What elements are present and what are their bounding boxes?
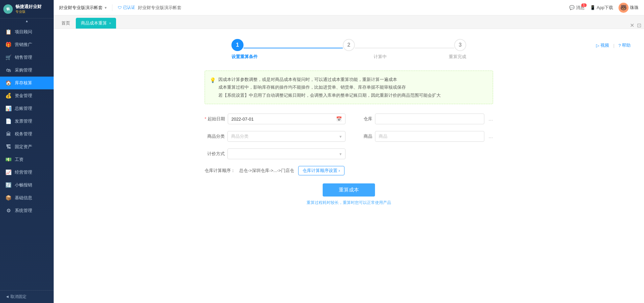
category-group: 商品分类 商品分类 ▾ bbox=[205, 131, 345, 142]
topbar-account-selector[interactable]: 好业财专业版演示帐套 ▾ bbox=[59, 5, 107, 11]
warehouse-more-icon[interactable]: … bbox=[488, 116, 493, 122]
sidebar-item-project[interactable]: 📋 项目顾问 bbox=[0, 26, 54, 38]
sidebar-item-sales[interactable]: 🛒 销售管理 bbox=[0, 51, 54, 64]
purchase-icon: 🛍 bbox=[5, 67, 11, 73]
goods-placeholder: 商品 bbox=[379, 133, 387, 139]
sidebar-unpin[interactable]: ◄ 取消固定 bbox=[0, 290, 54, 303]
sidebar-title: 畅捷通好业财 bbox=[15, 4, 42, 9]
tabbar: 首页 商品成本重算 × ✕ ⊡ bbox=[54, 15, 644, 29]
user-avatar[interactable]: 🐻 珠珠 bbox=[619, 3, 639, 13]
topbar: 好业财专业版演示帐套 ▾ 🛡 已认证 好业财专业版演示帐套 💬 消息 1 📱 A… bbox=[54, 0, 644, 15]
system-icon: ⚙ bbox=[5, 208, 11, 214]
help-links: ▷ 视频 | ? 帮助 bbox=[596, 42, 631, 48]
scroll-up[interactable]: ▲ bbox=[0, 18, 54, 24]
sidebar-item-label: 发票管理 bbox=[15, 118, 32, 124]
avatar: 🐻 bbox=[619, 3, 629, 13]
sidebar-item-inventory[interactable]: 🏠 库存核算 bbox=[0, 77, 54, 89]
sidebar-item-label: 营销推广 bbox=[15, 42, 32, 48]
price-method-label: 计价方式 bbox=[205, 151, 225, 157]
warehouse-input[interactable] bbox=[375, 114, 484, 124]
goods-input[interactable]: 商品 bbox=[375, 131, 484, 142]
maximize-icon[interactable]: ⊡ bbox=[637, 22, 641, 29]
form-row-1: 起始日期 2022-07-01 📅 仓库 … bbox=[205, 114, 493, 124]
sidebar-item-purchase[interactable]: 🛍 采购管理 bbox=[0, 64, 54, 77]
play-icon: ▷ bbox=[596, 43, 599, 48]
step-1-label: 设置重算条件 bbox=[231, 54, 258, 60]
message-button[interactable]: 💬 消息 1 bbox=[569, 5, 585, 11]
video-link[interactable]: ▷ 视频 bbox=[596, 42, 609, 48]
calendar-icon[interactable]: 📅 bbox=[336, 116, 342, 122]
warehouse-group: 仓库 … bbox=[352, 114, 493, 124]
sidebar-item-system[interactable]: ⚙ 系统管理 bbox=[0, 204, 54, 217]
sidebar-item-expense[interactable]: 🔄 小畅报销 bbox=[0, 179, 54, 191]
notice-line-3: 若【系统设置】中启用了自动调整记账日期时，会调整入库单的整单记账日期，因此重新计… bbox=[218, 91, 487, 99]
message-icon: 💬 bbox=[569, 5, 575, 10]
sidebar-item-basic[interactable]: 📦 基础信息 bbox=[0, 191, 54, 204]
sidebar: 畅 畅捷通好业财 专业版 ▲ 📋 项目顾问 🎁 营销推广 🛒 销售管理 🛍 采购… bbox=[0, 0, 54, 303]
warehouse-order-value: 总仓->深圳仓库->...->门店仓 bbox=[239, 168, 294, 174]
tax-icon: 🏛 bbox=[5, 131, 11, 137]
form-row-2: 商品分类 商品分类 ▾ 商品 商品 … bbox=[205, 131, 493, 142]
step-3-num: 3 bbox=[459, 42, 462, 48]
main-area: 好业财专业版演示帐套 ▾ 🛡 已认证 好业财专业版演示帐套 💬 消息 1 📱 A… bbox=[54, 0, 644, 303]
step-2: 2 bbox=[343, 39, 355, 51]
step-1: 1 bbox=[231, 39, 244, 51]
sidebar-item-label: 系统管理 bbox=[15, 208, 32, 214]
sidebar-item-label: 总账管理 bbox=[15, 105, 32, 112]
step-2-num: 2 bbox=[347, 42, 351, 48]
sidebar-item-accounting[interactable]: 📊 总账管理 bbox=[0, 102, 54, 115]
step-2-label: 计算中 bbox=[374, 54, 387, 60]
category-label: 商品分类 bbox=[205, 133, 225, 139]
tab-close-icon[interactable]: × bbox=[109, 21, 111, 25]
sidebar-item-tax[interactable]: 🏛 税务管理 bbox=[0, 128, 54, 140]
sidebar-item-label: 小畅报销 bbox=[15, 182, 32, 188]
notice-box: 💡 因成本计算参数调整，或是对商品成本有疑问时，可以通过成本重算功能，重新计算一… bbox=[205, 71, 493, 104]
recalc-button[interactable]: 重算成本 bbox=[323, 183, 375, 197]
warehouse-order-btn-label: 仓库计算顺序设置 › bbox=[303, 168, 340, 174]
sidebar-item-finance[interactable]: 💰 资金管理 bbox=[0, 89, 54, 102]
category-select[interactable]: 商品分类 ▾ bbox=[227, 131, 345, 142]
step-3-label: 重算完成 bbox=[449, 54, 466, 60]
sidebar-item-salary[interactable]: 💵 工资 bbox=[0, 153, 54, 166]
sidebar-item-assets[interactable]: 🏗 固定资产 bbox=[0, 140, 54, 153]
help-link[interactable]: ? 帮助 bbox=[619, 42, 631, 48]
sidebar-logo: 畅 bbox=[3, 4, 13, 14]
app-label: App下载 bbox=[597, 5, 613, 11]
tab-cost-recalc[interactable]: 商品成本重算 × bbox=[76, 18, 116, 29]
sidebar-item-business[interactable]: 📈 经营管理 bbox=[0, 166, 54, 179]
tab-home[interactable]: 首页 bbox=[56, 18, 75, 29]
shield-icon: 🛡 bbox=[118, 5, 122, 10]
warehouse-order-settings-button[interactable]: 仓库计算顺序设置 › bbox=[298, 166, 344, 175]
goods-more-icon[interactable]: … bbox=[488, 134, 493, 139]
username: 珠珠 bbox=[630, 5, 639, 11]
sidebar-item-marketing[interactable]: 🎁 营销推广 bbox=[0, 38, 54, 51]
finance-icon: 💰 bbox=[5, 93, 11, 99]
app-download-button[interactable]: 📱 App下载 bbox=[590, 5, 613, 11]
question-icon: ? bbox=[619, 43, 621, 48]
recalc-btn-label: 重算成本 bbox=[339, 187, 359, 192]
content-area: 1 2 3 bbox=[54, 29, 644, 303]
step-3-circle: 3 bbox=[454, 39, 466, 51]
sales-icon: 🛒 bbox=[5, 54, 11, 60]
close-window-icon[interactable]: ✕ bbox=[630, 22, 634, 29]
sidebar-title-group: 畅捷通好业财 专业版 bbox=[15, 4, 42, 14]
sidebar-item-label: 销售管理 bbox=[15, 54, 32, 60]
warehouse-order-label: 仓库计算顺序： bbox=[205, 168, 235, 174]
price-method-select[interactable]: ▾ bbox=[227, 148, 345, 159]
step-3: 3 bbox=[454, 39, 466, 51]
project-icon: 📋 bbox=[5, 29, 11, 35]
video-label: 视频 bbox=[600, 42, 609, 48]
help-label: 帮助 bbox=[622, 42, 631, 48]
help-divider: | bbox=[613, 43, 614, 48]
form-row-3: 计价方式 ▾ bbox=[205, 148, 493, 159]
tabbar-actions: ✕ ⊡ bbox=[627, 22, 644, 29]
form-section: 起始日期 2022-07-01 📅 仓库 … 商品分类 bbox=[205, 114, 493, 206]
sidebar-item-label: 采购管理 bbox=[15, 67, 32, 73]
sidebar-item-label: 工资 bbox=[15, 157, 23, 163]
start-date-input[interactable]: 2022-07-01 📅 bbox=[228, 114, 345, 124]
account-name: 好业财专业版演示帐套 bbox=[59, 5, 103, 11]
sidebar-item-invoice[interactable]: 📄 发票管理 bbox=[0, 115, 54, 128]
start-date-group: 起始日期 2022-07-01 📅 bbox=[205, 114, 345, 124]
category-placeholder: 商品分类 bbox=[231, 133, 249, 139]
notice-line-2: 成本重算过程中，影响库存账的操作均不能操作，比如进货单、销货单、库存单据不能审核… bbox=[218, 83, 487, 91]
